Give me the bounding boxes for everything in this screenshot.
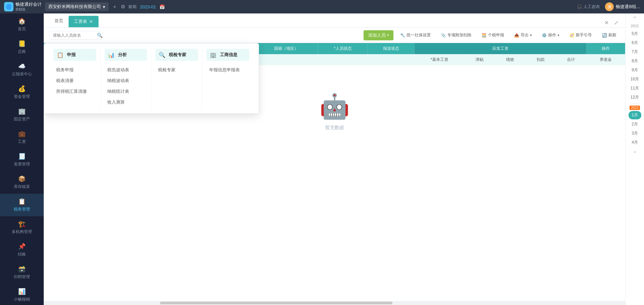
tab-close-icon[interactable]: ✕ [89,19,93,24]
service-label: 人工咨询 [583,4,600,10]
sidebar-item-payroll[interactable]: 💼 工资 [0,126,44,149]
main-layout: 🏠 首页 📒 总账 ☁️ 云报表中心 💰 资金管理 🏢 固定资产 💼 工资 🧾 … [0,13,644,305]
timeline-month-7[interactable]: 7月 [629,48,641,56]
tab-payroll-label: 工资表 [74,18,87,25]
tax-payment-volatility-item[interactable]: 纳税波动表 [105,76,147,86]
logo-text-block: 畅捷通好会计 旗舰版 [15,2,42,12]
home-icon: 🏠 [18,17,26,25]
sub-col-total: 合计 [556,54,586,65]
personal-tax-label: 个税申报 [488,32,504,38]
special-deduct-button[interactable]: 📎 专项附加扣除 [438,31,475,40]
operations-button[interactable]: ⚙️ 操作 ▾ [538,31,563,40]
sub-col-empty7 [255,54,318,65]
guide-btn-label: 新手引导 [576,32,592,38]
annual-report-item[interactable]: 年报信息申报表 [206,65,250,75]
analysis-icon: 📊 [107,51,115,59]
user-info[interactable]: 通 畅捷通B组... [605,2,640,11]
sidebar-item-home[interactable]: 🏠 首页 [0,13,44,36]
horizontal-scrollbar[interactable] [44,301,625,305]
sidebar-item-close[interactable]: 📌 结账 [0,239,44,261]
ledger-icon: 📒 [18,40,26,47]
personal-tax-button[interactable]: 🧮 个税申报 [478,31,507,40]
timeline-year-2022: 2022 [631,24,639,28]
tax-stats-item[interactable]: 纳税统计表 [105,86,147,97]
timeline-month-5[interactable]: 5月 [629,30,641,38]
add-company-icon[interactable]: ＋ [112,3,117,10]
section-header-business-info: 🏢 工商信息 [206,49,250,61]
app-sub: 旗舰版 [15,7,42,12]
dropdown-section-analysis: 📊 分析 税负波动表 纳税波动表 纳税统计表 收入测算 [101,49,152,108]
timeline-month-11[interactable]: 11月 [629,84,641,92]
timeline-month-10[interactable]: 10月 [629,75,641,83]
tax-dropdown-menu: 📋 申报 税务申报 税表清册 所得税汇算清缴 📊 分析 税负波动表 [44,43,259,114]
income-forecast-item[interactable]: 收入测算 [105,97,147,107]
timeline-month-1[interactable]: 1月 [629,111,641,119]
add-person-button[interactable]: 添加人员 ▾ [364,30,393,40]
guide-btn[interactable]: 🧭 新手引导 [566,31,595,40]
search-input[interactable] [49,31,103,40]
guide-btn-icon: 🧭 [569,33,574,38]
top-bar: 🌀 畅捷通好会计 旗舰版 西安虾米网络科技有限公司 ▾ ＋ ⚙ 账期 2023-… [0,0,644,13]
sidebar-label-report: 小畅报销 [14,297,30,302]
social-insurance-label: 统一社保设置 [407,32,431,38]
export-button[interactable]: 📤 导出 ▾ [511,31,535,40]
sidebar-item-fund[interactable]: 💰 资金管理 [0,81,44,104]
dropdown-sections: 📋 申报 税务申报 税表清册 所得税汇算清缴 📊 分析 税负波动表 [49,49,253,108]
sidebar-item-archive[interactable]: 🗃️ 归档管理 [0,261,44,284]
sidebar-item-ledger[interactable]: 📒 总账 [0,36,44,59]
timeline-month-3[interactable]: 3月 [629,129,641,138]
timeline-month-12[interactable]: 12月 [629,93,641,102]
sub-col-deduction: 扣款 [525,54,556,65]
sub-col-performance: 绩效 [495,54,526,65]
tax-declaration-item[interactable]: 税务申报 [53,65,96,75]
sidebar-item-assets[interactable]: 🏢 固定资产 [0,104,44,126]
timeline-month-8[interactable]: 8月 [629,57,641,65]
add-dropdown-arrow-icon: ▾ [387,33,389,37]
period-value[interactable]: 2023-01 [140,4,156,9]
sidebar-label-close: 结账 [18,252,26,257]
tab-close-window-button[interactable]: ✕ [603,18,610,27]
tax-inspection-item[interactable]: 税检专家 [155,65,198,75]
top-bar-right: 🎧 人工咨询 通 畅捷通B组... [577,2,640,11]
sidebar-item-inventory[interactable]: 📦 库存核算 [0,171,44,194]
timeline-month-4[interactable]: 4月 [629,138,641,147]
tab-home[interactable]: 首页 [49,15,69,27]
sidebar-item-invoice[interactable]: 🧾 发票管理 [0,149,44,171]
refresh-button[interactable]: 🔄 刷新 [599,31,620,40]
company-name: 西安虾米网络科技有限公司 [48,4,101,10]
sub-col-base-salary: *基本工资 [414,54,464,65]
tax-volatility-item[interactable]: 税负波动表 [105,65,147,75]
timeline-month-9[interactable]: 9月 [629,66,641,74]
sidebar-item-report[interactable]: 📊 小畅报销 [0,284,44,305]
timeline-up-icon[interactable]: ⌃ [633,15,637,22]
business-info-title: 工商信息 [220,52,237,58]
social-insurance-button[interactable]: 🔧 统一社保设置 [397,31,434,40]
timeline-month-2[interactable]: 2月 [629,120,641,128]
logo-icon: 🌀 [4,2,13,11]
sidebar-label-payroll: 工资 [18,139,26,145]
special-deduct-label: 专项附加扣除 [447,32,471,38]
sidebar-item-multi[interactable]: 🏗️ 多机构管理 [0,216,44,239]
tab-payroll[interactable]: 工资表 ✕ [69,16,99,27]
timeline-month-6[interactable]: 6月 [629,39,641,47]
tab-expand-button[interactable]: ⤢ [613,18,620,27]
scrollbar-thumb[interactable] [160,302,393,304]
service-button[interactable]: 🎧 人工咨询 [577,4,600,10]
export-icon: 📤 [514,33,519,38]
username: 畅捷通B组... [616,4,640,10]
settings-icon[interactable]: ⚙ [121,4,125,10]
income-tax-settlement-item[interactable]: 所得税汇算清缴 [53,86,96,97]
col-status: *人员状态 [318,43,368,54]
social-insurance-icon: 🔧 [400,33,405,38]
add-person-label: 添加人员 [368,32,386,38]
timeline-divider [630,103,640,104]
calendar-icon[interactable]: 📅 [159,4,165,9]
timeline-down-icon[interactable]: ⌄ [633,148,637,154]
company-selector[interactable]: 西安虾米网络科技有限公司 ▾ [45,2,109,11]
empty-text: 暂无数据 [325,125,344,131]
sidebar-item-cloud[interactable]: ☁️ 云报表中心 [0,59,44,81]
sidebar-item-tax[interactable]: 📋 税务管理 [0,194,44,216]
tax-form-item[interactable]: 税表清册 [53,76,96,86]
dropdown-arrow-icon: ▾ [103,4,105,9]
inventory-icon: 📦 [18,175,26,183]
